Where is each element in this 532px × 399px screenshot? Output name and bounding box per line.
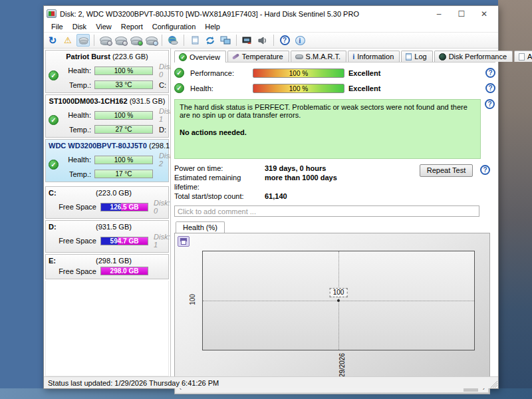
sidebar-disk-1[interactable]: ✓ ST1000DM003-1CH162 (931.5 GB) Health: … xyxy=(45,94,169,138)
menu-disk[interactable]: Disk xyxy=(68,22,91,31)
tab-overview[interactable]: ✓ Overview xyxy=(174,51,226,63)
partition-drive: C: xyxy=(49,189,88,197)
performance-bar: 100 % xyxy=(253,68,344,78)
remote-computers-icon[interactable] xyxy=(219,34,232,47)
chart-y-tick: 100 xyxy=(189,294,196,305)
help-icon[interactable]: ? xyxy=(485,68,495,78)
help-icon[interactable]: ? xyxy=(485,83,495,93)
free-space-value: 298.0 GB xyxy=(101,267,148,275)
partition-e[interactable]: E: (298.1 GB) Free Space 298.0 GB xyxy=(45,254,169,279)
disk-number: Disk: 1 xyxy=(152,233,170,249)
main-panel: ✓ Overview Temperature S.M.A.R.T. i Info… xyxy=(171,49,498,376)
overview-check-icon: ✓ xyxy=(179,53,187,61)
wallpaper-left xyxy=(0,0,44,399)
performance-row: ✓ Performance: 100 % Excellent ? xyxy=(174,68,495,78)
drive-letter: C: xyxy=(156,81,166,89)
menu-help[interactable]: Help xyxy=(200,22,225,31)
tab-log[interactable]: Log xyxy=(401,51,432,62)
comment-input[interactable] xyxy=(174,205,479,217)
partition-size: (223.0 GB) xyxy=(88,189,139,197)
menu-configuration[interactable]: Configuration xyxy=(148,22,200,31)
toolbar: ↻ ⚠ xyxy=(44,33,498,49)
resize-grip[interactable] xyxy=(491,381,497,388)
maximize-button[interactable]: ☐ xyxy=(450,8,473,20)
sync-icon[interactable] xyxy=(203,34,217,47)
stat-label: Total start/stop count: xyxy=(174,192,265,201)
disk-search-icon[interactable] xyxy=(144,34,158,47)
temp-meter: 17 °C xyxy=(94,170,153,178)
disk-number: Disk: 1 xyxy=(156,107,171,123)
status-bar: Status last updated: 1/29/2026 Thursday … xyxy=(44,376,498,388)
disk-ok-icon[interactable] xyxy=(129,34,142,47)
log-icon xyxy=(406,53,412,61)
sidebar-disk-2-selected[interactable]: ✓ WDC WD3200BPVT-80JJ5T0 (298.1 GB) Heal… xyxy=(45,139,169,182)
help-icon[interactable]: ? xyxy=(485,99,495,109)
health-chart-panel: 100 100 1/29/2026 ‹ › xyxy=(174,233,490,394)
help-icon[interactable]: ? xyxy=(480,165,490,175)
chart-data-point xyxy=(337,299,340,302)
disk-gauge-icon[interactable] xyxy=(98,34,112,47)
free-space-value: 594.7 GB xyxy=(101,237,148,245)
tab-alerts[interactable]: Alerts xyxy=(514,51,532,62)
temperature-icon xyxy=(232,53,239,60)
tab-health-chart[interactable]: Health (%) xyxy=(176,221,225,233)
save-chart-button[interactable] xyxy=(178,236,190,247)
toolbar-separator xyxy=(94,35,94,46)
menu-report[interactable]: Report xyxy=(116,22,148,31)
tab-disk-performance[interactable]: Disk Performance xyxy=(434,51,513,62)
free-space-label: Free Space xyxy=(51,267,96,275)
tab-information[interactable]: i Information xyxy=(348,51,400,62)
status-action-text: No actions needed. xyxy=(180,128,475,136)
temp-label: Temp.: xyxy=(59,81,91,89)
repeat-test-button[interactable]: Repeat Test xyxy=(420,164,473,177)
sidebar-empty-area xyxy=(45,281,169,376)
disk-sidebar: ✓ Patriot Burst (223.6 GB) Health: 100 %… xyxy=(44,49,171,376)
free-space-bar: 126.5 GB xyxy=(100,203,148,211)
disk-name: WDC WD3200BPVT-80JJ5T0 xyxy=(49,142,147,150)
disk-surface-view-icon[interactable] xyxy=(76,34,90,47)
edit-computer-icon[interactable] xyxy=(241,34,254,47)
disk-size: (298.1 GB) xyxy=(149,142,171,150)
minimize-button[interactable]: – xyxy=(428,8,450,20)
health-ok-icon: ✓ xyxy=(174,83,184,93)
window-title: Disk: 2, WDC WD3200BPVT-80JJ5T0 [WD-WX81… xyxy=(60,10,428,18)
disk-ok-status-icon: ✓ xyxy=(49,160,59,170)
information-icon[interactable]: i xyxy=(293,34,307,47)
partition-size: (298.1 GB) xyxy=(88,257,139,265)
partition-drive: E: xyxy=(49,257,88,265)
free-space-bar: 298.0 GB xyxy=(100,267,148,275)
disk-clock-icon[interactable] xyxy=(114,34,127,47)
temp-label: Temp.: xyxy=(59,126,91,134)
temp-label: Temp.: xyxy=(59,170,91,178)
disk-name: Patriot Burst xyxy=(66,53,110,61)
free-space-label: Free Space xyxy=(51,203,96,211)
network-drive-icon[interactable] xyxy=(166,34,180,47)
temp-meter: 27 °C xyxy=(94,125,153,134)
refresh-icon[interactable]: ↻ xyxy=(46,34,59,47)
health-meter: 100 % xyxy=(94,111,153,120)
desktop-background: Disk: 2, WDC WD3200BPVT-80JJ5T0 [WD-WX81… xyxy=(0,0,532,399)
disk-number: Disk: 0 xyxy=(156,63,171,78)
tab-temperature[interactable]: Temperature xyxy=(227,51,289,62)
tab-smart[interactable]: S.M.A.R.T. xyxy=(291,51,347,62)
sidebar-disk-0[interactable]: ✓ Patriot Burst (223.6 GB) Health: 100 %… xyxy=(45,50,169,93)
app-icon xyxy=(47,9,57,18)
chart-plot-area: 100 xyxy=(202,251,475,350)
disk-number: Disk: 0 xyxy=(152,199,170,215)
menu-bar: File Disk View Report Configuration Help xyxy=(44,21,498,33)
disk-performance-icon xyxy=(439,53,446,61)
health-row: ✓ Health: 100 % Excellent ? xyxy=(174,83,495,93)
help-icon[interactable]: ? xyxy=(278,34,291,47)
partition-d[interactable]: D: (931.5 GB) Free Space 594.7 GB Disk: … xyxy=(45,220,169,253)
drive-letter: D: xyxy=(156,126,166,134)
warning-report-icon[interactable]: ⚠ xyxy=(61,34,74,47)
stat-value: 61,140 xyxy=(265,192,495,201)
partition-c[interactable]: C: (223.0 GB) Free Space 126.5 GB Disk: … xyxy=(45,186,169,219)
sound-alerts-icon[interactable] xyxy=(256,34,269,47)
menu-view[interactable]: View xyxy=(91,22,116,31)
close-button[interactable]: ✕ xyxy=(473,8,495,20)
report-icon[interactable] xyxy=(188,34,201,47)
disk-number: Disk: 2 xyxy=(156,152,171,168)
menu-file[interactable]: File xyxy=(47,22,68,31)
disk-ok-status-icon: ✓ xyxy=(49,70,59,80)
